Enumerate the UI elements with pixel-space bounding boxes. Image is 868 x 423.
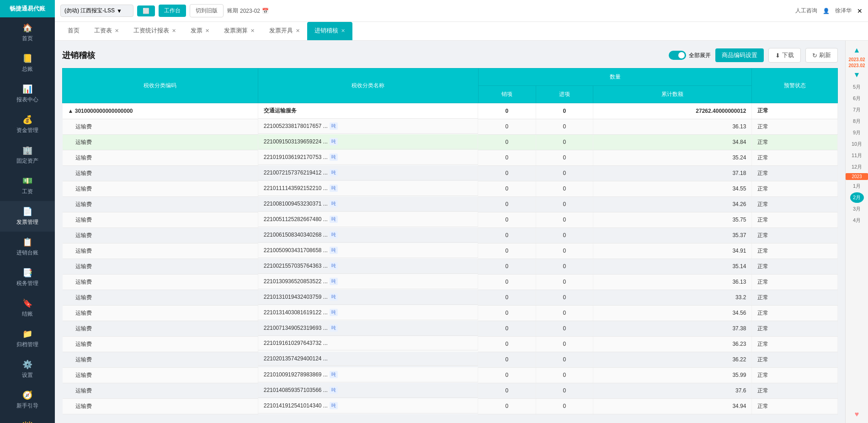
expand-toggle-label: 全部展开	[689, 52, 711, 59]
close-tab-salary-report[interactable]: ✕	[172, 28, 176, 34]
month-4[interactable]: 4月	[846, 215, 868, 226]
sidebar-item-capital[interactable]: 💰 资金管理	[0, 109, 55, 140]
workspace-button[interactable]: 工作台	[159, 5, 186, 17]
month-2-active[interactable]: 2月	[850, 192, 864, 203]
table-row-sale: 0	[478, 274, 536, 290]
sidebar-item-archive[interactable]: 📁 归档管理	[0, 323, 55, 354]
tab-reconcile[interactable]: 进销稽核 ✕	[307, 22, 352, 40]
table-row-purchase: 0	[536, 243, 593, 259]
month-9[interactable]: 9月	[846, 127, 868, 138]
table-row-cumulative: 36.13	[593, 119, 752, 134]
period-display: 账期 2023-02 📅	[227, 7, 269, 15]
table-row-cumulative: 27262.40000000012	[593, 103, 752, 119]
support-label[interactable]: 人工咨询	[795, 7, 817, 15]
table-row-purchase: 0	[536, 367, 593, 383]
table-row-cumulative: 35.37	[593, 227, 752, 243]
table-row-cumulative: 34.26	[593, 196, 752, 212]
sidebar-item-invoice[interactable]: 📄 发票管理	[0, 201, 55, 232]
table-row-code: ▲ 3010000000000000000	[63, 103, 258, 119]
month-6[interactable]: 6月	[846, 93, 868, 104]
table-row-name: 2210021557035764363 ...吨	[258, 259, 478, 274]
month-1[interactable]: 1月	[846, 181, 868, 191]
close-tab-invoice[interactable]: ✕	[205, 28, 209, 34]
guide-icon: 🧭	[22, 390, 32, 400]
download-button[interactable]: ⬇ 下载	[768, 48, 801, 63]
switch-version-button[interactable]: 切到旧版	[190, 4, 224, 17]
table-row-cumulative: 35.14	[593, 259, 752, 274]
page-header: 进销稽核 全部展开 商品编码设置 ⬇ 下载 ↻ 刷新	[62, 48, 838, 63]
col-header-status: 预警状态	[752, 69, 838, 103]
col-header-qty-group: 数量	[478, 69, 752, 86]
table-row-name: 2210072157376219412 ...吨	[258, 165, 478, 180]
close-tab-salary-table[interactable]: ✕	[115, 28, 119, 34]
table-row-purchase: 0	[536, 103, 593, 119]
table-row-status: 正常	[752, 398, 838, 414]
tab-invoice[interactable]: 发票 ✕	[183, 22, 217, 40]
table-row-code: 运输费	[63, 196, 258, 212]
year-nav-down[interactable]: ▼	[852, 69, 863, 81]
month-5[interactable]: 5月	[846, 82, 868, 92]
sidebar-item-home[interactable]: 🏠 首页	[0, 17, 55, 48]
tab-invoice-open[interactable]: 发票开具 ✕	[262, 22, 307, 40]
table-row-purchase: 0	[536, 150, 593, 165]
table-row-status: 正常	[752, 336, 838, 352]
table-row-code: 运输费	[63, 119, 258, 134]
table-row-sale: 0	[478, 414, 536, 416]
month-7[interactable]: 7月	[846, 105, 868, 115]
table-row-code: 运输费	[63, 290, 258, 305]
table-row-name: 2210131403081619122 ...吨	[258, 305, 478, 320]
table-row-cumulative: 34.56	[593, 305, 752, 321]
table-row-purchase: 0	[536, 274, 593, 290]
sidebar-item-member[interactable]: 👑 畅会员	[0, 415, 55, 423]
table-row-name: 2210141912541014340 ...吨	[258, 398, 478, 413]
company-selector[interactable]: (勿动) 江西报宝-LSS ▼	[60, 5, 133, 17]
tab-invoice-calc[interactable]: 发票测算 ✕	[217, 22, 262, 40]
tab-salary-report[interactable]: 工资统计报表 ✕	[126, 22, 183, 40]
calendar-icon: 📅	[262, 8, 269, 14]
expand-toggle[interactable]	[669, 51, 686, 60]
sidebar-item-settle[interactable]: 🔖 结账	[0, 293, 55, 323]
sidebar-item-salary[interactable]: 💵 工资	[0, 170, 55, 201]
month-11[interactable]: 11月	[846, 150, 868, 161]
table-row-purchase: 0	[536, 321, 593, 336]
page-content: 进销稽核 全部展开 商品编码设置 ⬇ 下载 ↻ 刷新	[55, 41, 868, 423]
refresh-button[interactable]: ↻ 刷新	[805, 48, 838, 63]
month-12[interactable]: 12月	[846, 162, 868, 172]
month-8[interactable]: 8月	[846, 116, 868, 127]
sidebar-item-settings[interactable]: ⚙️ 设置	[0, 354, 55, 385]
table-row-purchase: 0	[536, 414, 593, 416]
year-nav-up[interactable]: ▲	[852, 44, 863, 56]
sidebar-item-assets[interactable]: 🏢 固定资产	[0, 140, 55, 170]
sidebar-item-tax[interactable]: 📑 税务管理	[0, 262, 55, 293]
close-tab-reconcile[interactable]: ✕	[341, 28, 345, 34]
table-row-cumulative: 36.22	[593, 352, 752, 367]
chevron-down-icon: ▼	[117, 8, 122, 14]
col-header-purchase: 进项	[536, 86, 593, 103]
expand-toggle-wrap: 全部展开	[669, 51, 711, 60]
table-row-status: 正常	[752, 274, 838, 290]
table-row-purchase: 0	[536, 383, 593, 398]
settings-button[interactable]: 商品编码设置	[715, 48, 764, 62]
close-tab-invoice-calc[interactable]: ✕	[250, 28, 255, 34]
sidebar-item-guide[interactable]: 🧭 新手引导	[0, 385, 55, 415]
sidebar-item-purchase[interactable]: 📋 进销台账	[0, 232, 55, 262]
sidebar-item-report[interactable]: 📊 报表中心	[0, 79, 55, 109]
close-button[interactable]: ✕	[857, 7, 863, 15]
refresh-icon: ↻	[812, 52, 817, 59]
month-10[interactable]: 10月	[846, 139, 868, 149]
col-header-sale: 销项	[478, 86, 536, 103]
table-row-sale: 0	[478, 290, 536, 305]
sidebar-item-ledger[interactable]: 📒 总账	[0, 48, 55, 79]
tab-home[interactable]: 首页	[60, 22, 87, 40]
tab-salary-table[interactable]: 工资表 ✕	[87, 22, 126, 40]
table-row-sale: 0	[478, 305, 536, 321]
close-tab-invoice-open[interactable]: ✕	[296, 28, 300, 34]
table-row-cumulative: 37.38	[593, 321, 752, 336]
month-3[interactable]: 3月	[846, 204, 868, 214]
copy-button[interactable]: ⬜	[137, 5, 155, 16]
table-row-sale: 0	[478, 383, 536, 398]
table-row-code: 运输费	[63, 414, 258, 416]
table-row-cumulative: 35.99	[593, 367, 752, 383]
table-row-code: 运输费	[63, 227, 258, 243]
table-row-purchase: 0	[536, 196, 593, 212]
